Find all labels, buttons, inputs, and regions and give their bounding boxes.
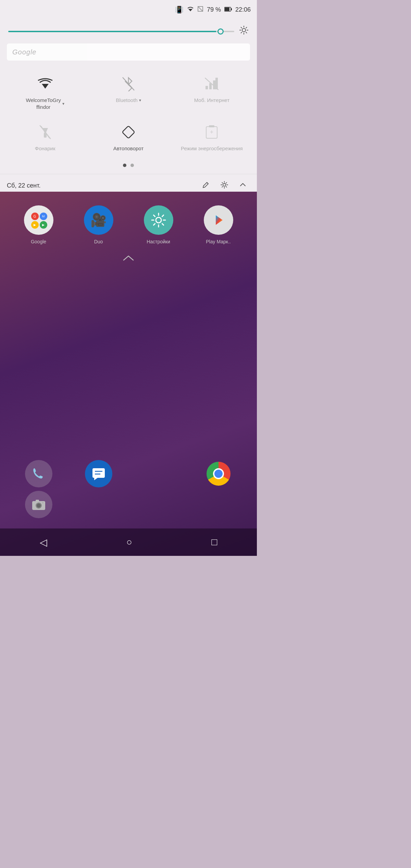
tile-rotation[interactable]: Автоповорот <box>87 117 170 159</box>
bluetooth-label: Bluetooth <box>116 97 137 104</box>
settings-label: Настройки <box>147 239 170 244</box>
dock-messages[interactable] <box>70 460 127 487</box>
tile-flashlight[interactable]: Фонарик <box>3 117 87 159</box>
vibrate-icon: 📳 <box>175 5 184 14</box>
svg-line-2 <box>198 7 203 11</box>
battery-icon <box>224 6 232 14</box>
no-sim-icon <box>197 6 203 14</box>
play-icon <box>204 205 233 235</box>
dock-phone[interactable] <box>10 460 67 487</box>
wifi-label: WelcomeToGryffindor <box>26 97 61 110</box>
mobile-tile-icon <box>202 74 221 93</box>
google-label: Google <box>31 239 46 244</box>
search-placeholder: Google <box>12 48 37 56</box>
homescreen: G M ▶ ▶ Google 🎥 Duo Настро <box>0 192 257 556</box>
dot-1 <box>123 164 126 167</box>
wifi-arrow: ▾ <box>62 101 64 106</box>
flashlight-label: Фонарик <box>35 145 55 152</box>
svg-marker-26 <box>216 215 223 225</box>
chrome-ring <box>207 462 231 486</box>
battery-percent: 79 % <box>207 6 221 13</box>
settings-action-icon[interactable] <box>217 180 232 192</box>
status-bar: 📳 79 % 22:06 <box>0 0 257 19</box>
tile-battery-saver[interactable]: + Режим энергосбережения <box>170 117 253 159</box>
tile-bluetooth[interactable]: Bluetooth ▾ <box>87 69 170 117</box>
search-bar[interactable]: Google <box>7 43 250 61</box>
page-indicators <box>0 159 257 174</box>
bluetooth-arrow: ▾ <box>139 98 141 103</box>
wifi-tile-icon <box>36 74 55 93</box>
home-button[interactable]: ○ <box>120 533 139 551</box>
svg-rect-9 <box>206 86 208 89</box>
battery-saver-tile-icon: + <box>202 123 221 142</box>
brightness-thumb <box>217 28 224 35</box>
messages-dock-icon <box>85 460 112 487</box>
battery-saver-label: Режим энергосбережения <box>181 145 242 152</box>
dock-chrome[interactable] <box>190 460 247 487</box>
duo-label: Duo <box>94 239 103 244</box>
svg-point-35 <box>42 502 43 503</box>
play-label: Play Марк.. <box>206 239 231 244</box>
dock <box>0 457 257 522</box>
quick-tiles-grid: WelcomeToGryffindor ▾ Bluetooth ▾ <box>0 65 257 159</box>
app-play[interactable]: Play Марк.. <box>190 205 247 244</box>
dock-empty-icon <box>145 460 172 487</box>
date-label: Сб, 22 сент. <box>7 182 195 189</box>
svg-marker-0 <box>188 9 192 11</box>
svg-line-23 <box>207 182 208 184</box>
svg-text:+: + <box>210 129 214 136</box>
tile-mobile[interactable]: Моб. Интернет <box>170 69 253 117</box>
clock: 22:06 <box>235 6 251 13</box>
flashlight-tile-icon <box>36 123 55 142</box>
svg-rect-5 <box>225 8 229 11</box>
app-grid: G M ▶ ▶ Google 🎥 Duo Настро <box>0 192 257 251</box>
bluetooth-tile-icon <box>119 74 138 93</box>
tile-wifi[interactable]: WelcomeToGryffindor ▾ <box>3 69 87 117</box>
svg-point-6 <box>242 28 246 32</box>
edit-button[interactable] <box>199 180 213 192</box>
svg-rect-34 <box>36 500 39 502</box>
svg-rect-19 <box>122 126 135 139</box>
app-settings[interactable]: Настройки <box>130 205 187 244</box>
quick-settings-panel: Google WelcomeToGryffindor ▾ <box>0 19 257 197</box>
phone-dock-icon <box>25 460 52 487</box>
chrome-inner <box>213 468 224 479</box>
settings-app-icon <box>144 205 173 235</box>
app-duo[interactable]: 🎥 Duo <box>70 205 127 244</box>
dock-empty <box>130 460 187 487</box>
dock-camera[interactable] <box>10 491 67 518</box>
back-button[interactable]: ◁ <box>33 533 54 551</box>
app-drawer-button[interactable] <box>0 251 257 268</box>
svg-rect-21 <box>209 125 214 127</box>
svg-marker-7 <box>42 84 49 89</box>
collapse-button[interactable] <box>236 180 250 192</box>
settings-icon[interactable] <box>239 25 249 37</box>
dot-2 <box>130 164 134 167</box>
svg-rect-4 <box>231 8 232 10</box>
brightness-row <box>0 19 257 41</box>
wifi-icon <box>187 6 194 14</box>
svg-marker-30 <box>94 478 98 480</box>
rotation-tile-icon <box>119 123 138 142</box>
brightness-slider[interactable] <box>8 31 234 32</box>
navigation-bar: ◁ ○ □ <box>0 528 257 556</box>
svg-point-33 <box>37 503 41 508</box>
recent-button[interactable]: □ <box>204 533 224 551</box>
app-google[interactable]: G M ▶ ▶ Google <box>10 205 67 244</box>
svg-point-25 <box>156 217 161 223</box>
wifi-label-row: WelcomeToGryffindor ▾ <box>26 97 64 110</box>
svg-rect-27 <box>92 468 105 478</box>
camera-dock-icon <box>25 491 52 518</box>
google-icon: G M ▶ ▶ <box>24 205 53 235</box>
svg-point-24 <box>223 183 226 186</box>
chrome-dock-icon <box>205 460 232 487</box>
mobile-label: Моб. Интернет <box>194 97 229 104</box>
duo-icon: 🎥 <box>84 205 113 235</box>
rotation-label: Автоповорот <box>113 145 144 152</box>
bluetooth-label-row: Bluetooth ▾ <box>116 97 141 104</box>
